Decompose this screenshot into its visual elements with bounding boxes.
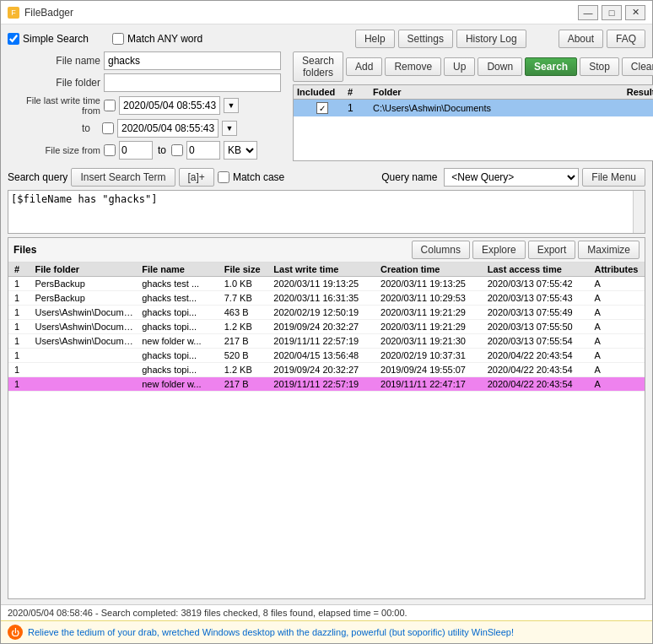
size-from-checkbox[interactable] xyxy=(104,144,116,156)
folder-included-1[interactable]: ✓ xyxy=(297,102,348,114)
match-case-checkbox[interactable] xyxy=(218,171,229,183)
row-hash: 1 xyxy=(12,350,33,360)
right-panel: Search folders Add Remove Up Down Search… xyxy=(293,51,653,161)
row-creation: 2020/02/19 10:37:31 xyxy=(378,350,485,360)
row-last-access: 2020/03/13 07:55:42 xyxy=(485,279,592,289)
match-any-word-checkbox[interactable] xyxy=(112,33,124,45)
search-button[interactable]: Search xyxy=(525,57,577,76)
calendar-from-icon[interactable]: ▼ xyxy=(224,98,239,113)
row-last-access: 2020/03/13 07:55:43 xyxy=(485,293,592,303)
stop-button[interactable]: Stop xyxy=(580,57,619,76)
row-hash: 1 xyxy=(12,279,33,289)
history-log-button[interactable]: History Log xyxy=(456,30,526,48)
explore-button[interactable]: Explore xyxy=(472,241,526,259)
window-title: FileBadger xyxy=(24,7,73,19)
close-button[interactable]: ✕ xyxy=(625,5,645,20)
table-row[interactable]: 1 PersBackup ghacks test ... 1.0 KB 2020… xyxy=(8,277,645,291)
row-file-folder: Users\Ashwin\Documents xyxy=(33,307,140,317)
file-name-row: File name xyxy=(8,51,286,70)
files-table-header: # File folder File name File size Last w… xyxy=(8,262,645,277)
add-folder-button[interactable]: Add xyxy=(346,57,382,76)
file-last-write-to-row: to ▼ xyxy=(8,119,286,138)
status-bar: 2020/05/04 08:58:46 - Search completed: … xyxy=(1,604,652,620)
col-file-name-header: File name xyxy=(139,264,222,274)
col-num-header: # xyxy=(348,87,373,97)
row-attributes: A xyxy=(591,293,641,303)
simple-search-label[interactable]: Simple Search xyxy=(8,33,89,45)
minimize-button[interactable]: — xyxy=(578,5,598,20)
remove-folder-button[interactable]: Remove xyxy=(385,57,441,76)
query-text-container: [$fileName has "ghacks"] xyxy=(8,190,645,234)
table-row[interactable]: 1 new folder w... 217 B 2019/11/11 22:57… xyxy=(8,377,645,392)
folder-num-1: 1 xyxy=(348,102,373,114)
down-button[interactable]: Down xyxy=(478,57,522,76)
col-included-header: Included xyxy=(297,87,348,97)
col-attributes-header: Attributes xyxy=(591,264,641,274)
settings-button[interactable]: Settings xyxy=(398,30,453,48)
search-folders-button[interactable]: Search folders xyxy=(293,51,343,82)
title-controls: — □ ✕ xyxy=(578,5,645,20)
row-file-size: 1.2 KB xyxy=(222,365,272,375)
faq-button[interactable]: FAQ xyxy=(607,30,645,48)
row-file-folder: Users\Ashwin\Documents xyxy=(33,336,140,346)
row-file-name: new folder w... xyxy=(139,379,222,389)
insert-term-button[interactable]: Insert Search Term xyxy=(71,168,175,187)
row-hash: 1 xyxy=(12,307,33,317)
date-to-input[interactable] xyxy=(117,119,219,138)
help-button[interactable]: Help xyxy=(355,30,395,48)
table-row[interactable]: 1 ghacks topi... 520 B 2020/04/15 13:56:… xyxy=(8,349,645,363)
query-name-select[interactable]: <New Query> xyxy=(444,168,579,187)
row-file-size: 1.0 KB xyxy=(222,279,272,289)
file-last-write-label: File last write time from xyxy=(8,95,100,116)
size-to-label: to xyxy=(158,144,166,156)
columns-button[interactable]: Columns xyxy=(412,241,470,259)
file-folder-input[interactable] xyxy=(104,73,281,92)
col-creation-header: Creation time xyxy=(378,264,485,274)
table-row[interactable]: 1 Users\Ashwin\Documents ghacks topi... … xyxy=(8,306,645,320)
row-creation: 2019/09/24 19:55:07 xyxy=(378,365,485,375)
folders-table: Included # Folder Results ✓ 1 C:\Users\A… xyxy=(293,84,653,161)
size-to-checkbox[interactable] xyxy=(171,144,183,156)
row-creation: 2019/11/11 22:47:17 xyxy=(378,379,485,389)
row-last-write: 2019/09/24 20:32:27 xyxy=(271,365,378,375)
file-last-write-from-row: File last write time from ▼ xyxy=(8,95,286,116)
calendar-to-icon[interactable]: ▼ xyxy=(222,121,237,136)
top-buttons-row: Simple Search Match ANY word Help Settin… xyxy=(8,30,645,48)
file-size-row: File size from to KB MB B xyxy=(8,141,286,160)
file-menu-button[interactable]: File Menu xyxy=(582,168,645,187)
folder-row-1[interactable]: ✓ 1 C:\Users\Ashwin\Documents 8 xyxy=(294,100,653,116)
row-last-write: 2020/04/15 13:56:48 xyxy=(271,350,378,360)
file-name-input[interactable] xyxy=(104,51,281,70)
size-unit-select[interactable]: KB MB B xyxy=(224,141,257,160)
table-row[interactable]: 1 Users\Ashwin\Documents new folder w...… xyxy=(8,334,645,349)
top-buttons-left: Simple Search Match ANY word xyxy=(8,33,202,45)
query-textarea[interactable]: [$fileName has "ghacks"] xyxy=(8,191,633,233)
maximize-button[interactable]: Maximize xyxy=(578,241,640,259)
size-from-input[interactable] xyxy=(119,141,153,160)
date-to-checkbox[interactable] xyxy=(102,122,114,134)
export-button[interactable]: Export xyxy=(528,241,576,259)
files-section: Files Columns Explore Export Maximize # … xyxy=(8,237,645,599)
up-button[interactable]: Up xyxy=(444,57,475,76)
row-file-size: 520 B xyxy=(222,350,272,360)
date-from-input[interactable] xyxy=(119,96,220,115)
clear-button[interactable]: Clear xyxy=(622,57,653,76)
size-to-input[interactable] xyxy=(186,141,220,160)
table-row[interactable]: 1 ghacks topi... 1.2 KB 2019/09/24 20:32… xyxy=(8,363,645,377)
row-hash: 1 xyxy=(12,293,33,303)
row-last-access: 2020/04/22 20:43:54 xyxy=(485,350,592,360)
title-bar: F FileBadger — □ ✕ xyxy=(1,1,652,24)
maximize-button[interactable]: □ xyxy=(602,5,622,20)
match-case-label[interactable]: Match case xyxy=(218,171,284,183)
simple-search-checkbox[interactable] xyxy=(8,33,19,45)
row-last-access: 2020/04/22 20:43:54 xyxy=(485,379,592,389)
table-row[interactable]: 1 PersBackup ghacks test... 7.7 KB 2020/… xyxy=(8,291,645,306)
about-button[interactable]: About xyxy=(559,30,603,48)
row-attributes: A xyxy=(591,379,641,389)
date-from-checkbox[interactable] xyxy=(104,100,116,111)
table-row[interactable]: 1 Users\Ashwin\Documents ghacks topi... … xyxy=(8,320,645,334)
match-any-word-label[interactable]: Match ANY word xyxy=(112,33,202,45)
folder-check-1[interactable]: ✓ xyxy=(316,102,328,114)
regex-button[interactable]: [a]+ xyxy=(179,168,214,187)
file-folder-label: File folder xyxy=(8,77,100,89)
